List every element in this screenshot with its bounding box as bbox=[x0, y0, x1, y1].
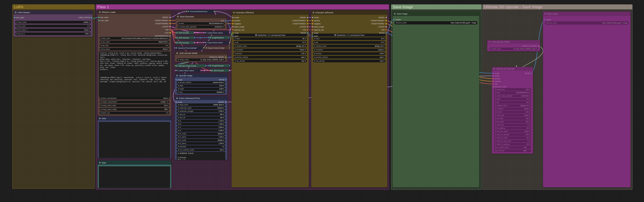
widget-scheduler[interactable]: schedulerkarras bbox=[494, 108, 531, 110]
widget-scheduler[interactable]: schedulerkarras bbox=[313, 48, 386, 51]
widget-cfg[interactable]: cfg8.0 bbox=[494, 101, 531, 104]
decrement-arrow-icon[interactable] bbox=[495, 118, 496, 119]
output-dot-icon[interactable] bbox=[205, 65, 206, 66]
collapse-icon[interactable] bbox=[205, 42, 206, 43]
node-vae-encode-2[interactable]: VAE Encode bbox=[175, 41, 195, 44]
increment-arrow-icon[interactable] bbox=[224, 88, 224, 90]
decrement-arrow-icon[interactable] bbox=[314, 46, 315, 47]
node-latent-noise-injection-1[interactable]: Latent Noise Injecti bbox=[204, 31, 230, 34]
widget-b1-mode[interactable]: b1_modebislerp bbox=[177, 132, 225, 135]
input-slot-optional-vae[interactable]: optional_vae bbox=[232, 28, 244, 31]
decrement-arrow-icon[interactable] bbox=[490, 48, 491, 50]
widget-tile-height[interactable]: tile_height512 bbox=[494, 120, 531, 123]
node-lora-stacker[interactable]: LoRA Stacker lora_stack LORA_STACK input… bbox=[14, 10, 93, 37]
increment-arrow-icon[interactable] bbox=[529, 128, 530, 129]
input-slot-negative[interactable]: negative bbox=[232, 22, 241, 25]
node-header[interactable]: Save Image bbox=[393, 12, 479, 16]
widget-scheduler[interactable]: schedulerkarras bbox=[234, 48, 307, 51]
widget-lora-name[interactable]: lora_nameNone bbox=[100, 48, 170, 50]
increment-arrow-icon[interactable] bbox=[168, 48, 168, 50]
randomize-seed-button[interactable]: ⚄ Randomize / ♻ Last Queued Seed bbox=[234, 34, 307, 36]
decrement-arrow-icon[interactable] bbox=[101, 112, 102, 114]
decrement-arrow-icon[interactable] bbox=[495, 108, 496, 110]
toggle-knob-icon[interactable] bbox=[528, 146, 530, 148]
widget-clip-skip[interactable]: clip_skip-2 bbox=[100, 44, 170, 47]
input-dot-icon[interactable] bbox=[208, 37, 209, 38]
decrement-arrow-icon[interactable] bbox=[178, 107, 178, 109]
input-dot-icon[interactable] bbox=[208, 65, 209, 66]
decrement-arrow-icon[interactable] bbox=[495, 98, 496, 100]
decrement-arrow-icon[interactable] bbox=[495, 137, 496, 138]
input-slot-positive[interactable]: positive bbox=[232, 19, 240, 22]
decrement-arrow-icon[interactable] bbox=[495, 128, 496, 129]
decrement-arrow-icon[interactable] bbox=[178, 143, 178, 144]
collapse-icon[interactable] bbox=[493, 68, 495, 70]
node-noise-control-script[interactable]: Noise Control Script bbox=[204, 46, 230, 50]
increment-arrow-icon[interactable] bbox=[384, 60, 384, 62]
widget-empty-latent-width[interactable]: empty_latent_width512 bbox=[100, 104, 170, 107]
widget-b1-blend[interactable]: b1_blend1.000 bbox=[177, 136, 225, 138]
decrement-arrow-icon[interactable] bbox=[495, 102, 496, 103]
increment-arrow-icon[interactable] bbox=[224, 127, 224, 128]
collapse-icon[interactable] bbox=[99, 12, 100, 13]
widget-weight-interpretation[interactable]: weight_interpretationcomfy++ bbox=[100, 100, 170, 103]
input-slot-negative[interactable]: negative bbox=[312, 22, 320, 25]
collapse-icon[interactable] bbox=[205, 32, 206, 34]
decrement-arrow-icon[interactable] bbox=[178, 130, 178, 131]
widget-batch-size[interactable]: batch_size1 bbox=[100, 112, 170, 114]
decrement-arrow-icon[interactable] bbox=[16, 33, 17, 34]
input-slot-seed[interactable]: seed bbox=[312, 35, 318, 37]
output-slot-upscale-model[interactable]: UPSCALE_MODEL bbox=[209, 56, 226, 58]
input-slot-model[interactable]: model bbox=[492, 75, 499, 77]
increment-arrow-icon[interactable] bbox=[168, 112, 168, 114]
increment-arrow-icon[interactable] bbox=[529, 134, 530, 135]
output-slot-conditioning-minus[interactable]: CONDITIONING- bbox=[371, 22, 387, 25]
node-header[interactable]: KSampler (Efficient) bbox=[232, 10, 309, 15]
collapse-icon[interactable] bbox=[489, 41, 490, 42]
decrement-arrow-icon[interactable] bbox=[178, 104, 178, 106]
decrement-arrow-icon[interactable] bbox=[178, 59, 178, 60]
widget-preview-method[interactable]: preview_methodauto bbox=[234, 56, 307, 58]
group-title[interactable]: Pass 1 bbox=[96, 4, 389, 10]
input-slot-vae[interactable]: vae bbox=[492, 83, 497, 85]
increment-arrow-icon[interactable] bbox=[168, 105, 168, 106]
input-slot-lora-stack[interactable]: lora_stack bbox=[98, 16, 108, 18]
decrement-arrow-icon[interactable] bbox=[178, 124, 178, 125]
input-dot-icon[interactable] bbox=[175, 70, 176, 71]
widget-threshold[interactable]: threshold1 bbox=[177, 145, 225, 148]
increment-arrow-icon[interactable] bbox=[224, 130, 224, 131]
input-slot-seed[interactable]: seed bbox=[232, 35, 238, 37]
output-dot-icon[interactable] bbox=[229, 65, 230, 66]
decrement-arrow-icon[interactable] bbox=[101, 45, 102, 46]
output-dot-icon[interactable] bbox=[203, 47, 204, 48]
randomize-seed-button[interactable]: ⚄ Randomize / ♻ Last Queued Seed bbox=[313, 34, 386, 36]
increment-arrow-icon[interactable] bbox=[529, 98, 530, 100]
decrement-arrow-icon[interactable] bbox=[101, 98, 102, 99]
output-slot-latent[interactable]: LATENT bbox=[378, 26, 387, 28]
input-slot-optional-vae[interactable]: optional_vae bbox=[312, 28, 324, 31]
decrement-arrow-icon[interactable] bbox=[101, 109, 102, 110]
increment-arrow-icon[interactable] bbox=[529, 140, 530, 142]
widget-lora-name-1[interactable]: lora_name_1None bbox=[15, 28, 91, 31]
decrement-arrow-icon[interactable] bbox=[16, 22, 17, 23]
decrement-arrow-icon[interactable] bbox=[235, 42, 236, 43]
widget-seam-fix-padding[interactable]: seam_fix_padding16 bbox=[494, 143, 531, 146]
increment-arrow-icon[interactable] bbox=[529, 89, 530, 90]
input-dot-icon[interactable] bbox=[175, 42, 176, 44]
increment-arrow-icon[interactable] bbox=[384, 42, 384, 43]
node-load-upscale-model[interactable]: Load Upscale Model UPSCALE_MODEL model_n… bbox=[175, 52, 227, 62]
output-dot-icon[interactable] bbox=[229, 70, 230, 71]
decrement-arrow-icon[interactable] bbox=[495, 89, 496, 90]
node-save-image[interactable]: Save Image images filename_prefixDate_%d… bbox=[393, 12, 479, 187]
decrement-arrow-icon[interactable] bbox=[495, 111, 496, 113]
collapse-icon[interactable] bbox=[394, 13, 396, 14]
decrement-arrow-icon[interactable] bbox=[235, 56, 236, 58]
increment-arrow-icon[interactable] bbox=[536, 48, 537, 50]
input-dot-icon[interactable] bbox=[186, 11, 187, 12]
node-perturbed-attention-guidance[interactable]: PerturbedAttentionGu bbox=[186, 10, 214, 13]
decrement-arrow-icon[interactable] bbox=[178, 110, 178, 112]
widget-multiscale-strength[interactable]: multiscale_strength0.500 bbox=[177, 110, 225, 112]
output-slot-conditioning-plus[interactable]: CONDITIONING+ bbox=[292, 19, 308, 22]
widget-tile-padding[interactable]: tile_padding32 bbox=[494, 127, 531, 130]
increment-arrow-icon[interactable] bbox=[529, 131, 530, 132]
